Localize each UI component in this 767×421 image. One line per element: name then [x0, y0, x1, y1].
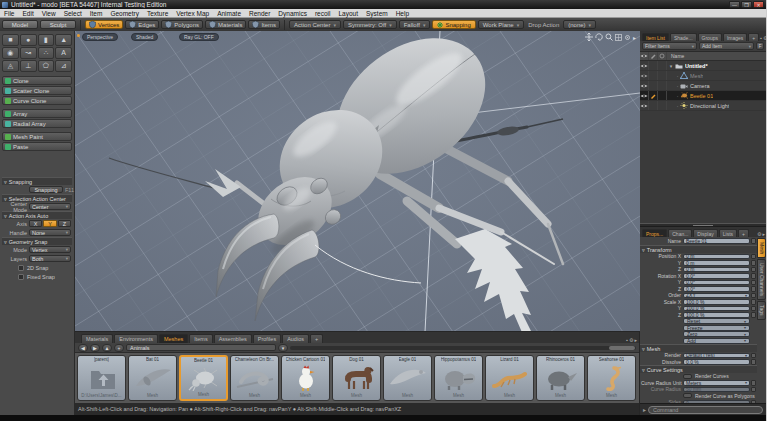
menu-animate[interactable]: Animate: [213, 10, 245, 17]
item-row-mesh[interactable]: · Mesh: [640, 71, 766, 81]
rotation-x-field[interactable]: 0.0°: [683, 273, 750, 279]
axis-z-button[interactable]: Z: [58, 220, 71, 227]
side-tab-tags[interactable]: Tags: [757, 301, 766, 320]
paste-button[interactable]: Paste: [2, 142, 72, 151]
freeze-button[interactable]: Freeze▾: [683, 325, 750, 331]
panel-gear-icon[interactable]: ⚙: [629, 337, 633, 343]
menu-help[interactable]: Help: [392, 10, 413, 17]
layers-dropdown[interactable]: Both▾: [29, 255, 71, 262]
pen-tool-icon[interactable]: ◬: [2, 60, 19, 72]
viewport-canvas[interactable]: [75, 31, 640, 331]
visibility-eye-icon[interactable]: [640, 91, 649, 100]
preset-parent-folder[interactable]: (parent) D:\Users\James\D...: [77, 355, 126, 401]
channel-edit-button[interactable]: [751, 380, 756, 386]
render-dropdown[interactable]: Default (Yes)▾: [683, 353, 750, 359]
visibility-eye-icon[interactable]: [640, 101, 649, 110]
tab-display[interactable]: Display: [693, 229, 717, 237]
filter-f-button[interactable]: F: [756, 42, 764, 50]
channel-edit-button[interactable]: [751, 273, 756, 279]
menu-view[interactable]: View: [38, 10, 60, 17]
filter-items-dropdown[interactable]: Filter Items▾: [642, 42, 697, 50]
menu-texture[interactable]: Texture: [143, 10, 172, 17]
command-input[interactable]: [648, 406, 763, 414]
item-row-camera[interactable]: · Camera: [640, 81, 766, 91]
skeleton-tool-icon[interactable]: ⊥: [20, 60, 37, 72]
rotation-z-field[interactable]: 0.0°: [683, 286, 750, 292]
path-dropdown-button[interactable]: ▾: [278, 344, 288, 352]
scatter-clone-button[interactable]: Scatter Clone: [2, 86, 72, 95]
order-dropdown[interactable]: ZXY▾: [683, 293, 750, 299]
preset-thumb-seahorse[interactable]: Seahorse 01 Mesh: [587, 355, 636, 401]
menu-dynamics[interactable]: Dynamics: [274, 10, 311, 17]
zoom-icon[interactable]: [605, 33, 613, 41]
cone-tool-icon[interactable]: ▲: [55, 34, 72, 46]
pan-icon[interactable]: [585, 33, 593, 41]
mesh-paint-button[interactable]: Mesh Paint: [2, 132, 72, 141]
menu-recoil[interactable]: recoil: [311, 10, 335, 17]
work-plane-dropdown[interactable]: Work Plane▾: [478, 20, 524, 29]
tab-add-panel[interactable]: +: [738, 229, 749, 237]
scale-z-field[interactable]: 100.0 %: [683, 312, 750, 318]
menu-edit[interactable]: Edit: [18, 10, 37, 17]
back-button[interactable]: ◀: [78, 344, 88, 352]
curve-radius-field[interactable]: 50 mm: [683, 387, 750, 393]
tab-materials[interactable]: Materials: [81, 334, 113, 343]
viewport-options-gear-icon[interactable]: [624, 34, 631, 41]
tab-lists[interactable]: Lists: [719, 229, 737, 237]
channel-edit-button[interactable]: [751, 293, 756, 299]
restore-button[interactable]: ❐: [741, 1, 752, 8]
tab-groups[interactable]: Groups: [698, 33, 722, 41]
action-axis-auto-header[interactable]: ▿Action Axis Auto: [2, 211, 72, 219]
channel-edit-button[interactable]: [751, 400, 756, 404]
channel-edit-button[interactable]: [751, 359, 756, 365]
item-row-directional-light[interactable]: · Directional Light: [640, 101, 766, 111]
axis-y-button[interactable]: Y: [43, 220, 56, 227]
preset-thumb-lizard[interactable]: Lizard 01 Mesh: [485, 355, 534, 401]
clone-button[interactable]: Clone: [2, 76, 72, 85]
snapping-toggle-button[interactable]: Snapping: [29, 186, 63, 193]
menu-item[interactable]: Item: [86, 10, 107, 17]
menu-system[interactable]: System: [362, 10, 392, 17]
tab-properties[interactable]: Props...: [642, 229, 667, 237]
menu-select[interactable]: Select: [60, 10, 86, 17]
tab-model[interactable]: Model: [2, 20, 38, 29]
handle-dropdown[interactable]: None▾: [29, 229, 71, 236]
scale-y-field[interactable]: 100.0 %: [683, 306, 750, 312]
snap-mode-dropdown[interactable]: Vertex▾: [29, 246, 71, 253]
channel-edit-button[interactable]: [751, 353, 756, 359]
channel-edit-button[interactable]: [751, 267, 756, 273]
center-mode-dropdown[interactable]: Center▾: [29, 203, 71, 210]
position-x-field[interactable]: 0 m: [683, 254, 750, 260]
preset-thumb-chameleon[interactable]: Chameleon On Br... Mesh: [230, 355, 279, 401]
3d-viewport[interactable]: Perspective Shaded Ray GL: OFF ▸: [75, 31, 639, 331]
name-column-header[interactable]: Name: [667, 53, 684, 59]
render-curves-toggle[interactable]: [683, 374, 692, 379]
2d-snap-checkbox[interactable]: [18, 265, 24, 271]
tab-add-panel[interactable]: +: [748, 33, 759, 41]
curve-radius-unit-dropdown[interactable]: Meters▾: [683, 380, 750, 386]
preset-thumb-hippo[interactable]: Hippopotamus 01 Mesh: [434, 355, 483, 401]
mode-edges-button[interactable]: Edges: [125, 20, 159, 29]
text-tool-icon[interactable]: A: [55, 47, 72, 59]
add-preset-button[interactable]: +: [114, 344, 124, 352]
add-item-dropdown[interactable]: Add Item▾: [699, 42, 754, 50]
action-center-dropdown[interactable]: Action Center▾: [289, 20, 341, 29]
sides-field[interactable]: 8: [683, 400, 750, 404]
zero-button[interactable]: Zero▾: [683, 331, 750, 337]
array-button[interactable]: Array: [2, 109, 72, 118]
channel-edit-button[interactable]: [751, 299, 756, 305]
render-curve-polygons-toggle[interactable]: [683, 393, 692, 398]
visibility-eye-icon[interactable]: [640, 61, 649, 70]
raygl-toggle-button[interactable]: Ray GL: OFF: [179, 33, 219, 41]
mode-items-button[interactable]: Items: [248, 20, 280, 29]
gizmo-tool-icon[interactable]: ⊿: [55, 60, 72, 72]
expand-caret-icon[interactable]: ▾: [667, 63, 675, 69]
tab-item-list[interactable]: Item List: [642, 33, 669, 41]
add-button[interactable]: Add▾: [683, 338, 750, 344]
preset-thumb-rhino[interactable]: Rhinoceros 01 Mesh: [536, 355, 585, 401]
shading-mode-button[interactable]: Shaded: [131, 33, 158, 41]
preset-path-field[interactable]: Animals: [126, 344, 276, 351]
tab-add[interactable]: +: [310, 334, 323, 343]
tab-channels[interactable]: Chan...: [668, 229, 692, 237]
tab-items[interactable]: Items: [189, 334, 212, 343]
